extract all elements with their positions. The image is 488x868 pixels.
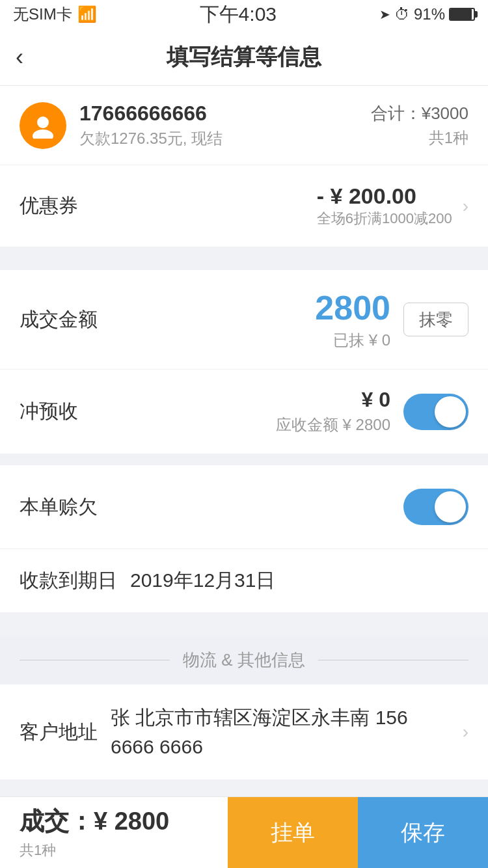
debit-section: 本单赊欠 收款到期日 2019年12月31日 bbox=[0, 465, 488, 612]
total-count: 共1种 bbox=[371, 128, 468, 148]
prepay-amount: ¥ 0 bbox=[276, 388, 390, 412]
total-amount: ¥3000 bbox=[422, 103, 468, 123]
sim-text: 无SIM卡 bbox=[13, 4, 72, 25]
gray-divider-2 bbox=[0, 454, 488, 465]
prepay-amount-stack: ¥ 0 应收金额 ¥ 2800 bbox=[276, 388, 390, 435]
address-section: 客户地址 张 北京市市辖区海淀区永丰南 156 6666 6666 › bbox=[0, 685, 488, 780]
coupon-right: - ¥ 200.00 全场6折满1000减200 › bbox=[317, 183, 468, 228]
debit-label: 本单赊欠 bbox=[20, 494, 98, 521]
gray-divider-1 bbox=[0, 258, 488, 270]
prepay-toggle[interactable] bbox=[403, 394, 468, 430]
debit-row: 本单赊欠 bbox=[0, 465, 488, 549]
amount-right: 2800 已抹 ¥ 0 抹零 bbox=[315, 288, 468, 351]
status-left: 无SIM卡 📶 bbox=[13, 4, 97, 25]
prepay-label: 冲预收 bbox=[20, 398, 78, 425]
coupon-row[interactable]: 优惠券 - ¥ 200.00 全场6折满1000减200 › bbox=[0, 165, 488, 247]
prepay-right: ¥ 0 应收金额 ¥ 2800 bbox=[276, 388, 468, 435]
customer-left: 17666666666 欠款1276.35元, 现结 bbox=[20, 102, 223, 149]
back-button[interactable]: ‹ bbox=[16, 44, 23, 71]
divider-line-right bbox=[318, 660, 468, 660]
prepay-sub: 应收金额 ¥ 2800 bbox=[276, 414, 390, 435]
hang-button[interactable]: 挂单 bbox=[228, 797, 358, 869]
customer-row: 17666666666 欠款1276.35元, 现结 合计：¥3000 共1种 bbox=[0, 86, 488, 165]
date-value: 2019年12月31日 bbox=[130, 567, 275, 594]
amount-sub: 已抹 ¥ 0 bbox=[315, 330, 390, 351]
customer-info: 17666666666 欠款1276.35元, 现结 bbox=[79, 102, 223, 149]
alarm-icon: ⏱ bbox=[394, 5, 410, 23]
debit-toggle[interactable] bbox=[403, 489, 468, 525]
battery-percent: 91% bbox=[414, 5, 445, 23]
address-row[interactable]: 客户地址 张 北京市市辖区海淀区永丰南 156 6666 6666 › bbox=[0, 685, 488, 780]
divider-line-left bbox=[20, 660, 170, 660]
status-bar: 无SIM卡 📶 下午4:03 ➤ ⏱ 91% bbox=[0, 0, 488, 29]
logistics-text: 物流 & 其他信息 bbox=[183, 649, 305, 671]
customer-sub: 欠款1276.35元, 现结 bbox=[79, 128, 223, 149]
amount-label: 成交金额 bbox=[20, 306, 98, 333]
customer-phone: 17666666666 bbox=[79, 102, 223, 126]
logistics-divider: 物流 & 其他信息 bbox=[0, 636, 488, 685]
coupon-label: 优惠券 bbox=[20, 193, 78, 219]
bottom-summary: 成交：¥ 2800 共1种 bbox=[0, 805, 228, 860]
amount-value: 2800 bbox=[315, 288, 390, 327]
bottom-bar: 成交：¥ 2800 共1种 挂单 保存 bbox=[0, 796, 488, 868]
address-label: 客户地址 bbox=[20, 719, 98, 746]
address-value: 张 北京市市辖区海淀区永丰南 156 6666 6666 bbox=[111, 703, 450, 761]
address-chevron-icon: › bbox=[463, 722, 468, 742]
location-icon: ➤ bbox=[379, 7, 390, 22]
bottom-amount: ¥ 2800 bbox=[94, 807, 169, 835]
battery-icon bbox=[449, 8, 475, 21]
coupon-discount: - ¥ 200.00 bbox=[317, 183, 452, 209]
page-title: 填写结算等信息 bbox=[167, 42, 321, 72]
bottom-summary-count: 共1种 bbox=[20, 841, 208, 860]
bottom-summary-main: 成交：¥ 2800 bbox=[20, 805, 208, 838]
amount-row: 成交金额 2800 已抹 ¥ 0 抹零 bbox=[0, 270, 488, 370]
customer-section: 17666666666 欠款1276.35元, 现结 合计：¥3000 共1种 … bbox=[0, 86, 488, 247]
amount-stack: 2800 已抹 ¥ 0 bbox=[315, 288, 390, 351]
status-time: 下午4:03 bbox=[200, 1, 277, 28]
amount-section: 成交金额 2800 已抹 ¥ 0 抹零 冲预收 ¥ 0 应收金额 ¥ 2800 bbox=[0, 270, 488, 454]
customer-total: 合计：¥3000 共1种 bbox=[371, 102, 468, 148]
coupon-detail: 全场6折满1000减200 bbox=[317, 209, 452, 228]
save-button[interactable]: 保存 bbox=[358, 797, 488, 869]
svg-point-0 bbox=[37, 116, 49, 128]
debit-toggle-knob bbox=[435, 491, 466, 522]
date-label: 收款到期日 bbox=[20, 567, 117, 594]
toggle-knob bbox=[435, 396, 466, 427]
prepay-row: 冲预收 ¥ 0 应收金额 ¥ 2800 bbox=[0, 370, 488, 454]
payment-date-row: 收款到期日 2019年12月31日 bbox=[0, 549, 488, 612]
status-right: ➤ ⏱ 91% bbox=[379, 5, 475, 23]
header: ‹ 填写结算等信息 bbox=[0, 29, 488, 86]
total-label: 合计：¥3000 bbox=[371, 102, 468, 125]
svg-point-1 bbox=[33, 129, 53, 139]
gray-divider-3 bbox=[0, 624, 488, 636]
round-zero-button[interactable]: 抹零 bbox=[403, 303, 468, 336]
avatar bbox=[20, 102, 66, 149]
coupon-chevron-icon: › bbox=[463, 196, 468, 217]
wifi-icon: 📶 bbox=[77, 5, 97, 23]
